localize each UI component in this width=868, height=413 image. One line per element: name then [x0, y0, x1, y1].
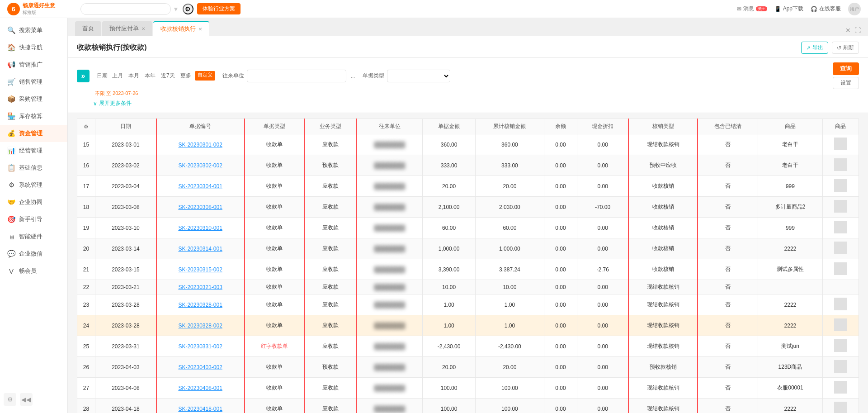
date-this-month[interactable]: 本月	[127, 71, 141, 81]
sidebar-settings-btn[interactable]: ⚙	[4, 393, 16, 406]
expand-more-btn[interactable]: ∨ 展开更多条件	[93, 100, 859, 107]
singleno-link[interactable]: SK-20230418-001	[178, 406, 222, 412]
sidebar-item-hardware[interactable]: 🖥 智能硬件	[0, 228, 67, 245]
singleno-link[interactable]: SK-20230331-002	[178, 343, 222, 350]
sidebar-item-search[interactable]: 🔍 搜索菜单	[0, 22, 67, 39]
sidebar-item-marketing[interactable]: 📢 营销推广	[0, 56, 67, 73]
cell-amount: 1.00	[423, 315, 476, 336]
th-verifytype[interactable]: 核销类型	[628, 119, 698, 134]
user-avatar[interactable]: 用户	[848, 3, 861, 15]
th-cumverify[interactable]: 累计核销金额	[476, 119, 544, 134]
notifications-item[interactable]: ✉ 消息 99+	[737, 5, 767, 13]
tab-prepay[interactable]: 预付应付单 ✕	[102, 21, 152, 36]
tab-expand-icon[interactable]: ⛶	[854, 27, 861, 34]
table-row[interactable]: 16 2023-03-02 SK-20230302-002 收款单 预收款 ██…	[77, 155, 859, 176]
th-singleno[interactable]: 单据编号	[156, 119, 245, 134]
query-button[interactable]: 查询	[833, 62, 859, 75]
singleno-link[interactable]: SK-20230302-002	[178, 162, 222, 169]
th-product[interactable]: 商品	[758, 119, 822, 134]
counterparty-input[interactable]	[247, 70, 346, 82]
cell-counterparty: ████████	[357, 399, 423, 413]
singleno-link[interactable]: SK-20230328-002	[178, 323, 222, 329]
filter-expand-btn[interactable]: »	[77, 70, 90, 82]
tab-close-all-icon[interactable]: ✕	[845, 27, 851, 34]
table-row[interactable]: 19 2023-03-10 SK-20230310-001 收款单 应收款 ██…	[77, 218, 859, 238]
th-biztype[interactable]: 业务类型	[305, 119, 356, 134]
sidebar-item-sales[interactable]: 🛒 销售管理	[0, 73, 67, 90]
th-balance[interactable]: 余额	[544, 119, 577, 134]
sidebar-item-weixin[interactable]: 💬 企业微信	[0, 245, 67, 262]
sidebar-item-member[interactable]: V 畅会员	[0, 262, 67, 280]
sidebar-collapse-btn[interactable]: ◀◀	[20, 393, 33, 406]
th-date[interactable]: 日期	[95, 119, 156, 134]
singleno-link[interactable]: SK-20230315-002	[178, 266, 222, 273]
table-row[interactable]: 18 2023-03-08 SK-20230308-001 收款单 应收款 ██…	[77, 197, 859, 218]
sidebar-item-newbie[interactable]: 🎯 新手引导	[0, 211, 67, 228]
sidebar-item-stock[interactable]: 🏪 库存核算	[0, 108, 67, 125]
member-icon: V	[7, 267, 15, 275]
table-row[interactable]: 17 2023-03-04 SK-20230304-001 收款单 应收款 ██…	[77, 176, 859, 197]
gear-button[interactable]: ⚙	[183, 4, 193, 14]
sidebar-item-purchase[interactable]: 📦 采购管理	[0, 90, 67, 108]
th-singletype[interactable]: 单据类型	[245, 119, 305, 134]
sidebar-item-enterprise[interactable]: 🤝 企业协同	[0, 194, 67, 211]
singleno-link[interactable]: SK-20230310-001	[178, 225, 222, 231]
table-row[interactable]: 15 2023-03-01 SK-20230301-002 收款单 应收款 ██…	[77, 134, 859, 155]
tab-verify[interactable]: 收款核销执行 ✕	[153, 21, 209, 36]
sidebar-item-system[interactable]: ⚙ 系统管理	[0, 176, 67, 194]
tab-home[interactable]: 首页	[75, 21, 101, 36]
singleno-link[interactable]: SK-20230403-002	[178, 364, 222, 370]
voucher-type-select[interactable]: 收款单 红字收款单	[387, 70, 450, 82]
export-button[interactable]: ↗ 导出	[801, 42, 828, 54]
sidebar-item-operation[interactable]: 📊 经营管理	[0, 142, 67, 159]
singleno-link[interactable]: SK-20230314-001	[178, 246, 222, 252]
sidebar-item-quicknav[interactable]: 🏠 快捷导航	[0, 39, 67, 56]
table-row[interactable]: 24 2023-03-28 SK-20230328-002 收款单 应收款 ██…	[77, 315, 859, 336]
singleno-link[interactable]: SK-20230304-001	[178, 183, 222, 190]
refresh-button[interactable]: ↺ 刷新	[832, 42, 859, 54]
th-gear[interactable]: ⚙	[77, 119, 95, 134]
singleno-link[interactable]: SK-20230328-001	[178, 302, 222, 308]
table-row[interactable]: 23 2023-03-28 SK-20230328-001 收款单 应收款 ██…	[77, 294, 859, 315]
singleno-link[interactable]: SK-20230308-001	[178, 204, 222, 210]
table-row[interactable]: 20 2023-03-14 SK-20230314-001 收款单 应收款 ██…	[77, 238, 859, 259]
singleno-link[interactable]: SK-20230321-003	[178, 284, 222, 290]
table-row[interactable]: 21 2023-03-15 SK-20230315-002 收款单 应收款 ██…	[77, 259, 859, 280]
sidebar-item-finance[interactable]: 💰 资金管理	[0, 125, 67, 142]
table-row[interactable]: 26 2023-04-03 SK-20230403-002 收款单 预收款 ██…	[77, 357, 859, 378]
app-download-item[interactable]: 📱 App下载	[774, 5, 803, 13]
th-includesettled[interactable]: 包含已结清	[698, 119, 758, 134]
date-custom-btn[interactable]: 自定义	[195, 71, 215, 81]
cell-singleno: SK-20230408-001	[156, 378, 245, 399]
date-this-year[interactable]: 本年	[143, 71, 157, 81]
setting-button[interactable]: 设置	[833, 77, 859, 89]
tab-verify-close[interactable]: ✕	[198, 27, 202, 32]
cell-cumverify: 100.00	[476, 378, 544, 399]
sidebar-item-basicinfo[interactable]: 📋 基础信息	[0, 159, 67, 176]
cell-balance: 0.00	[544, 315, 577, 336]
date-more[interactable]: 更多	[179, 71, 193, 81]
solution-button[interactable]: 体验行业方案	[197, 3, 241, 14]
date-prev-month[interactable]: 上月	[110, 71, 125, 81]
th-product2[interactable]: 商品	[822, 119, 859, 134]
table-row[interactable]: 28 2023-04-18 SK-20230418-001 收款单 应收款 ██…	[77, 399, 859, 413]
th-counterparty[interactable]: 往来单位	[357, 119, 423, 134]
cell-product2	[822, 280, 859, 294]
th-amount[interactable]: 单据金额	[423, 119, 476, 134]
th-cashdiscount[interactable]: 现金折扣	[577, 119, 628, 134]
counterparty-ellipsis[interactable]: ...	[351, 73, 355, 79]
cell-product2	[822, 294, 859, 315]
cell-biztype: 应收款	[305, 315, 356, 336]
table-row[interactable]: 25 2023-03-31 SK-20230331-002 红字收款单 应收款 …	[77, 336, 859, 357]
cell-singletype: 红字收款单	[245, 336, 305, 357]
date-7days[interactable]: 近7天	[159, 71, 177, 81]
singleno-link[interactable]: SK-20230408-001	[178, 385, 222, 391]
table-row[interactable]: 22 2023-03-21 SK-20230321-003 收款单 应收款 ██…	[77, 280, 859, 294]
cell-product: 衣服00001	[758, 378, 822, 399]
top-search-input[interactable]	[80, 3, 171, 15]
tab-prepay-close[interactable]: ✕	[142, 26, 145, 31]
table-row[interactable]: 27 2023-04-08 SK-20230408-001 收款单 应收款 ██…	[77, 378, 859, 399]
online-service-item[interactable]: 🎧 在线客服	[811, 5, 841, 13]
sidebar-label-operation: 经营管理	[19, 147, 42, 155]
singleno-link[interactable]: SK-20230301-002	[178, 142, 222, 148]
